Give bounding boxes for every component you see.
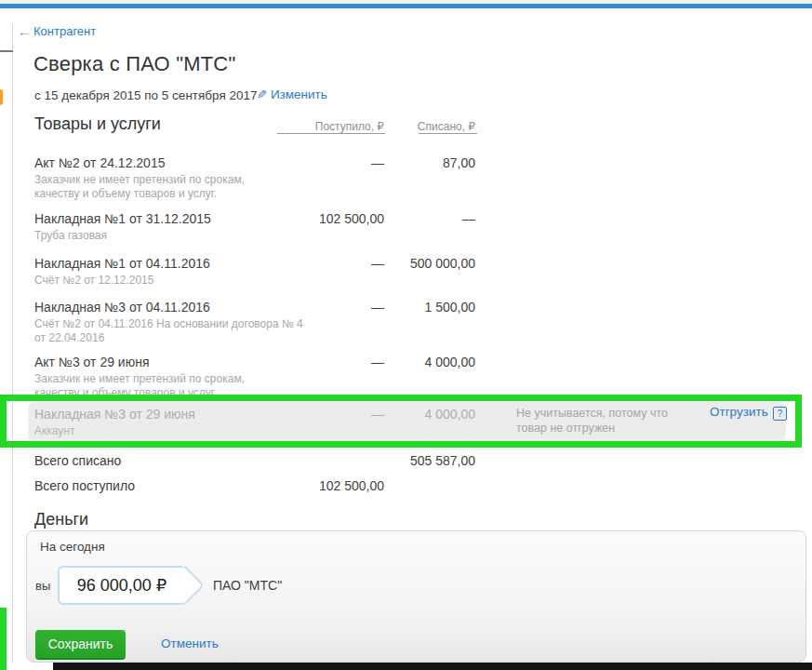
today-label: На сегодня: [40, 540, 105, 554]
annotation-green-strip: [0, 608, 7, 670]
column-header-written-off: Списано, ₽: [418, 120, 475, 133]
edit-link[interactable]: Изменить: [271, 87, 327, 101]
row-received: —: [371, 155, 384, 170]
column-underline-received: [277, 133, 385, 134]
row-written-off: 4 000,00: [425, 355, 476, 369]
row-subtitle: Счёт №2 от 12.12.2015: [34, 274, 153, 288]
bottom-black-bar: [53, 663, 812, 670]
pencil-icon: ✎: [257, 87, 267, 101]
annotation-green-box: [0, 395, 802, 448]
total-written-off-value: 505 587,00: [410, 453, 475, 468]
row-subtitle: Труба газовая: [34, 229, 107, 243]
top-blue-bar: [0, 4, 812, 8]
left-divider: [12, 24, 13, 663]
left-tick-mark: [0, 50, 13, 52]
cancel-link[interactable]: Отменить: [161, 636, 219, 650]
total-written-off-label: Всего списано: [34, 453, 121, 468]
row-title: Акт №2 от 24.12.2015: [34, 155, 165, 170]
page-title: Сверка с ПАО "МТС": [33, 52, 235, 76]
today-card: На сегодня вы 96 000,00 ₽ ПАО "МТС" Сохр…: [26, 530, 806, 663]
section-title-money: Деньги: [34, 510, 88, 529]
orange-edge-badge: [0, 89, 3, 105]
row-written-off: —: [462, 211, 475, 226]
edit-period[interactable]: ✎Изменить: [257, 87, 327, 101]
back-link[interactable]: Контрагент: [33, 24, 96, 38]
row-title: Накладная №1 от 04.11.2016: [34, 256, 210, 271]
row-received: 102 500,00: [319, 211, 384, 226]
row-subtitle: Счёт №2 от 04.11.2016 На основании догов…: [34, 317, 313, 345]
counterparty-name: ПАО "МТС": [213, 578, 282, 593]
period-text: с 15 декабря 2015 по 5 сентября 2017: [34, 88, 258, 102]
save-button[interactable]: Сохранить: [35, 630, 126, 660]
row-received: —: [371, 355, 384, 369]
row-written-off: 87,00: [443, 155, 475, 170]
row-written-off: 500 000,00: [410, 256, 475, 271]
row-title: Накладная №1 от 31.12.2015: [34, 211, 211, 226]
total-received-label: Всего поступило: [34, 478, 135, 493]
row-received: —: [371, 256, 384, 271]
row-title: Накладная №3 от 04.11.2016: [34, 300, 210, 315]
row-written-off: 1 500,00: [425, 300, 476, 315]
row-received: —: [371, 300, 384, 315]
screen: ← Контрагент Сверка с ПАО "МТС" с 15 дек…: [0, 0, 812, 670]
column-underline-written-off: [419, 133, 477, 134]
you-label: вы: [35, 579, 50, 593]
total-received-value: 102 500,00: [319, 478, 384, 493]
column-header-received: Поступило, ₽: [315, 120, 384, 133]
back-arrow-icon[interactable]: ←: [18, 24, 31, 39]
row-subtitle: Заказчик не имеет претензий по срокам, к…: [34, 173, 267, 201]
amount-input[interactable]: 96 000,00 ₽: [58, 566, 186, 605]
section-title-goods: Товары и услуги: [34, 114, 161, 134]
row-title: Акт №3 от 29 июня: [34, 355, 150, 369]
